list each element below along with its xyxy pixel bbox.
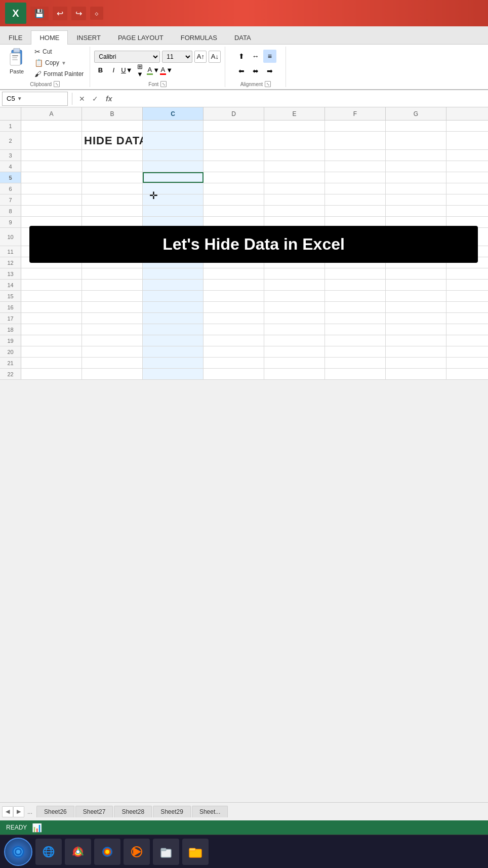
cell-A4[interactable]	[21, 161, 82, 172]
cell-D17[interactable]	[204, 313, 264, 324]
cell-A16[interactable]	[21, 302, 82, 312]
cell-B15[interactable]	[82, 291, 143, 301]
cell-F15[interactable]	[325, 291, 386, 301]
cell-F17[interactable]	[325, 313, 386, 324]
cell-C19[interactable]	[143, 335, 204, 346]
format-painter-button[interactable]: 🖌 Format Painter	[32, 69, 86, 79]
underline-button[interactable]: U ▼	[120, 64, 133, 76]
sheet-tab-28[interactable]: Sheet28	[114, 806, 152, 817]
tab-insert[interactable]: INSERT	[68, 30, 109, 45]
cell-D3[interactable]	[204, 150, 264, 161]
cell-A15[interactable]	[21, 291, 82, 301]
cell-F13[interactable]	[325, 268, 386, 279]
tab-formulas[interactable]: FORMULAS	[172, 30, 226, 45]
cell-G5[interactable]	[386, 172, 446, 183]
cell-F21[interactable]	[325, 358, 386, 368]
tab-page-layout[interactable]: PAGE LAYOUT	[109, 30, 172, 45]
cell-B7[interactable]	[82, 194, 143, 205]
copy-dropdown-arrow[interactable]: ▼	[61, 60, 66, 66]
cell-E18[interactable]	[264, 324, 325, 335]
cell-B21[interactable]	[82, 358, 143, 368]
col-header-E[interactable]: E	[264, 107, 325, 120]
cell-D13[interactable]	[204, 268, 264, 279]
cell-E20[interactable]	[264, 346, 325, 357]
firefox-button[interactable]	[94, 839, 120, 865]
cell-A1[interactable]	[21, 121, 82, 131]
cell-A14[interactable]	[21, 280, 82, 290]
cell-D5[interactable]	[204, 172, 264, 183]
sheet-tab-27[interactable]: Sheet27	[75, 806, 113, 817]
cell-G3[interactable]	[386, 150, 446, 161]
cell-B4[interactable]	[82, 161, 143, 172]
center-align-button[interactable]: ⬌	[249, 64, 262, 77]
cell-C3[interactable]	[143, 150, 204, 161]
cell-F16[interactable]	[325, 302, 386, 312]
cell-G8[interactable]	[386, 206, 446, 216]
sheet-tab-26[interactable]: Sheet26	[36, 806, 74, 817]
save-button[interactable]: 💾	[30, 7, 49, 20]
cell-B19[interactable]	[82, 335, 143, 346]
cell-B13[interactable]	[82, 268, 143, 279]
cell-G20[interactable]	[386, 346, 446, 357]
cancel-formula-button[interactable]: ✕	[76, 93, 88, 104]
folder-button[interactable]	[182, 839, 209, 865]
cell-A6[interactable]	[21, 183, 82, 194]
cell-D20[interactable]	[204, 346, 264, 357]
cell-C18[interactable]	[143, 324, 204, 335]
cell-C13[interactable]	[143, 268, 204, 279]
cell-B14[interactable]	[82, 280, 143, 290]
bold-button[interactable]: B	[94, 64, 106, 76]
cell-A3[interactable]	[21, 150, 82, 161]
cell-F18[interactable]	[325, 324, 386, 335]
increase-font-button[interactable]: A↑	[194, 51, 207, 63]
cell-D21[interactable]	[204, 358, 264, 368]
cell-D19[interactable]	[204, 335, 264, 346]
cell-E3[interactable]	[264, 150, 325, 161]
font-size-select[interactable]: 11	[162, 51, 192, 63]
file-manager-button[interactable]	[153, 839, 179, 865]
name-box[interactable]: C5 ▼	[2, 92, 68, 106]
cell-B17[interactable]	[82, 313, 143, 324]
font-expand[interactable]: ⤡	[160, 81, 167, 87]
ie-button[interactable]	[35, 839, 62, 865]
font-name-select[interactable]: Calibri	[94, 51, 160, 63]
cell-D16[interactable]	[204, 302, 264, 312]
cell-D6[interactable]	[204, 183, 264, 194]
cell-D7[interactable]	[204, 194, 264, 205]
cell-C17[interactable]	[143, 313, 204, 324]
start-button[interactable]	[4, 838, 32, 866]
cell-D15[interactable]	[204, 291, 264, 301]
media-player-button[interactable]	[124, 839, 150, 865]
cell-C5[interactable]	[143, 172, 204, 183]
cell-B6[interactable]	[82, 183, 143, 194]
top-align-button[interactable]: ⬆	[235, 50, 248, 63]
cell-A7[interactable]	[21, 194, 82, 205]
cell-F14[interactable]	[325, 280, 386, 290]
cell-A2[interactable]	[21, 132, 82, 149]
cell-G17[interactable]	[386, 313, 446, 324]
sheet-next-button[interactable]: ▶	[13, 806, 24, 817]
tab-home[interactable]: HOME	[31, 30, 68, 45]
sheet-more-button[interactable]: ...	[24, 808, 35, 815]
cell-B2[interactable]: HIDE DATA	[82, 132, 143, 149]
undo-button[interactable]: ↩	[53, 7, 67, 20]
cell-F7[interactable]	[325, 194, 386, 205]
cell-F19[interactable]	[325, 335, 386, 346]
name-box-arrow[interactable]: ▼	[17, 96, 22, 101]
col-header-B[interactable]: B	[82, 107, 143, 120]
cell-A17[interactable]	[21, 313, 82, 324]
cell-G14[interactable]	[386, 280, 446, 290]
cell-C6[interactable]	[143, 183, 204, 194]
cell-A13[interactable]	[21, 268, 82, 279]
cell-E13[interactable]	[264, 268, 325, 279]
cell-E15[interactable]	[264, 291, 325, 301]
cell-E16[interactable]	[264, 302, 325, 312]
cell-G2[interactable]	[386, 132, 446, 149]
cell-E4[interactable]	[264, 161, 325, 172]
cell-E21[interactable]	[264, 358, 325, 368]
border-button[interactable]: ⊞ ▼	[134, 64, 146, 76]
col-header-F[interactable]: F	[325, 107, 386, 120]
cell-B18[interactable]	[82, 324, 143, 335]
col-header-A[interactable]: A	[21, 107, 82, 120]
cell-C4[interactable]	[143, 161, 204, 172]
